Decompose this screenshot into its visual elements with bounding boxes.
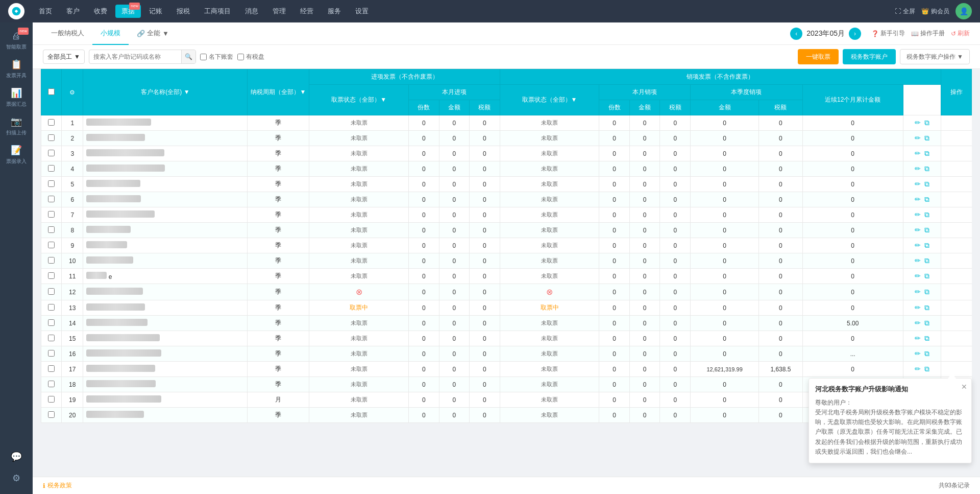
incoming-fetch-status-header[interactable]: 取票状态（全部）▼	[309, 85, 409, 115]
tab-general-taxpayer[interactable]: 一般纳税人	[43, 22, 92, 45]
tax-period-header[interactable]: 纳税周期（全部）▼	[248, 69, 309, 115]
copy-icon-1[interactable]: ⧉	[924, 119, 929, 127]
copy-icon-3[interactable]: ⧉	[924, 149, 929, 157]
edit-icon-12[interactable]: ✏	[915, 288, 921, 296]
row-check-11[interactable]	[48, 272, 55, 279]
prev-month-btn[interactable]: ‹	[790, 28, 802, 40]
copy-icon-8[interactable]: ⧉	[924, 226, 929, 234]
sidebar-item-3[interactable]: 📷扫描上传	[2, 112, 31, 140]
edit-icon-4[interactable]: ✏	[915, 164, 921, 173]
edit-icon-10[interactable]: ✏	[915, 256, 921, 265]
next-month-btn[interactable]: ›	[849, 28, 861, 40]
nav-item-记账[interactable]: 记账	[143, 5, 168, 18]
app-logo[interactable]	[8, 3, 24, 19]
row-check-17[interactable]	[48, 365, 55, 372]
copy-icon-4[interactable]: ⧉	[924, 164, 929, 173]
copy-icon-2[interactable]: ⧉	[924, 134, 929, 142]
copy-icon-17[interactable]: ⧉	[924, 365, 929, 373]
guide-btn[interactable]: ❓ 新手引导	[871, 29, 905, 38]
edit-icon-2[interactable]: ✏	[915, 134, 921, 142]
nav-item-首页[interactable]: 首页	[33, 5, 58, 18]
copy-icon-14[interactable]: ⧉	[924, 319, 929, 327]
edit-icon-6[interactable]: ✏	[915, 195, 921, 203]
edit-icon-7[interactable]: ✏	[915, 210, 921, 219]
edit-icon-15[interactable]: ✏	[915, 334, 921, 342]
row-check-10[interactable]	[48, 257, 55, 264]
row-check-16[interactable]	[48, 350, 55, 357]
outgoing-fetch-status-header[interactable]: 取票状态（全部）▼	[500, 85, 599, 115]
fullscreen-btn[interactable]: ⛶ 全屏	[895, 7, 915, 16]
edit-icon-9[interactable]: ✏	[915, 241, 921, 249]
digital-account-ops-button[interactable]: 税务数字账户操作 ▼	[900, 49, 970, 64]
nav-item-客户[interactable]: 客户	[60, 5, 86, 18]
sidebar-item-0[interactable]: new🖨智能取票	[2, 27, 31, 55]
row-check-20[interactable]	[48, 411, 55, 418]
row-check-15[interactable]	[48, 335, 55, 341]
nav-item-报税[interactable]: 报税	[170, 5, 196, 18]
row-check-6[interactable]	[48, 196, 55, 202]
copy-icon-6[interactable]: ⧉	[924, 195, 929, 203]
nav-item-管理[interactable]: 管理	[266, 5, 292, 18]
select-all-checkbox[interactable]	[48, 88, 55, 95]
sidebar-item-4[interactable]: 📝票据录入	[2, 140, 31, 169]
copy-icon-12[interactable]: ⧉	[924, 288, 929, 296]
row-check-5[interactable]	[48, 180, 55, 187]
user-avatar[interactable]: 👤	[955, 3, 972, 19]
edit-icon-5[interactable]: ✏	[915, 180, 921, 188]
copy-icon-11[interactable]: ⧉	[924, 272, 929, 280]
nav-item-设置[interactable]: 设置	[349, 5, 375, 18]
search-button[interactable]: 🔍	[181, 50, 195, 64]
row-check-14[interactable]	[48, 319, 55, 326]
row-check-19[interactable]	[48, 396, 55, 403]
notification-close-btn[interactable]: ✕	[961, 383, 967, 391]
copy-icon-16[interactable]: ⧉	[924, 349, 929, 358]
edit-icon-1[interactable]: ✏	[915, 119, 921, 127]
manual-btn[interactable]: 📖 操作手册	[911, 29, 945, 38]
copy-icon-5[interactable]: ⧉	[924, 180, 929, 188]
row-check-1[interactable]	[48, 119, 55, 126]
edit-icon-14[interactable]: ✏	[915, 319, 921, 327]
tab-small-scale[interactable]: 小规模	[92, 22, 129, 45]
edit-icon-11[interactable]: ✏	[915, 272, 921, 280]
row-check-8[interactable]	[48, 226, 55, 233]
tab-full-service[interactable]: 🔗 全能 ▼	[129, 22, 177, 45]
search-input[interactable]	[89, 53, 181, 60]
sidebar-item-2[interactable]: 📊票据汇总	[2, 83, 31, 112]
copy-icon-13[interactable]: ⧉	[924, 303, 929, 312]
edit-icon-13[interactable]: ✏	[915, 303, 921, 312]
nav-item-工商项目[interactable]: 工商项目	[198, 5, 237, 18]
row-check-12[interactable]	[48, 288, 55, 295]
member-btn[interactable]: 👑 购会员	[921, 7, 949, 16]
tax-policy-link[interactable]: ℹ 税务政策	[43, 481, 72, 490]
row-check-4[interactable]	[48, 165, 55, 172]
row-check-2[interactable]	[48, 134, 55, 141]
tax-disk-filter[interactable]: 有税盘	[237, 53, 264, 61]
nav-item-服务[interactable]: 服务	[322, 5, 347, 18]
download-filter[interactable]: 名下账套	[200, 53, 233, 61]
sidebar-item-chat[interactable]: 💬	[2, 447, 31, 466]
copy-icon-7[interactable]: ⧉	[924, 210, 929, 219]
nav-item-票据[interactable]: 票据new	[115, 5, 141, 18]
employee-filter[interactable]: 全部员工 ▼	[43, 50, 85, 64]
copy-icon-10[interactable]: ⧉	[924, 256, 929, 265]
edit-icon-16[interactable]: ✏	[915, 349, 921, 358]
copy-icon-15[interactable]: ⧉	[924, 334, 929, 342]
tax-disk-checkbox[interactable]	[237, 54, 244, 60]
refresh-btn[interactable]: ↺ 刷新	[951, 29, 970, 38]
nav-item-经营[interactable]: 经营	[294, 5, 320, 18]
edit-icon-8[interactable]: ✏	[915, 226, 921, 234]
nav-item-收费[interactable]: 收费	[88, 5, 113, 18]
edit-icon-17[interactable]: ✏	[915, 365, 921, 373]
customer-name-header[interactable]: 客户名称(全部) ▼	[83, 69, 248, 115]
row-check-18[interactable]	[48, 381, 55, 387]
row-check-13[interactable]	[48, 304, 55, 311]
download-checkbox[interactable]	[200, 54, 207, 60]
row-check-3[interactable]	[48, 150, 55, 156]
row-check-7[interactable]	[48, 211, 55, 218]
edit-icon-3[interactable]: ✏	[915, 149, 921, 157]
nav-item-消息[interactable]: 消息	[239, 5, 264, 18]
row-check-9[interactable]	[48, 242, 55, 248]
copy-icon-9[interactable]: ⧉	[924, 241, 929, 249]
sidebar-item-settings[interactable]: ⚙	[2, 468, 31, 488]
one-click-fetch-button[interactable]: 一键取票	[798, 49, 839, 64]
